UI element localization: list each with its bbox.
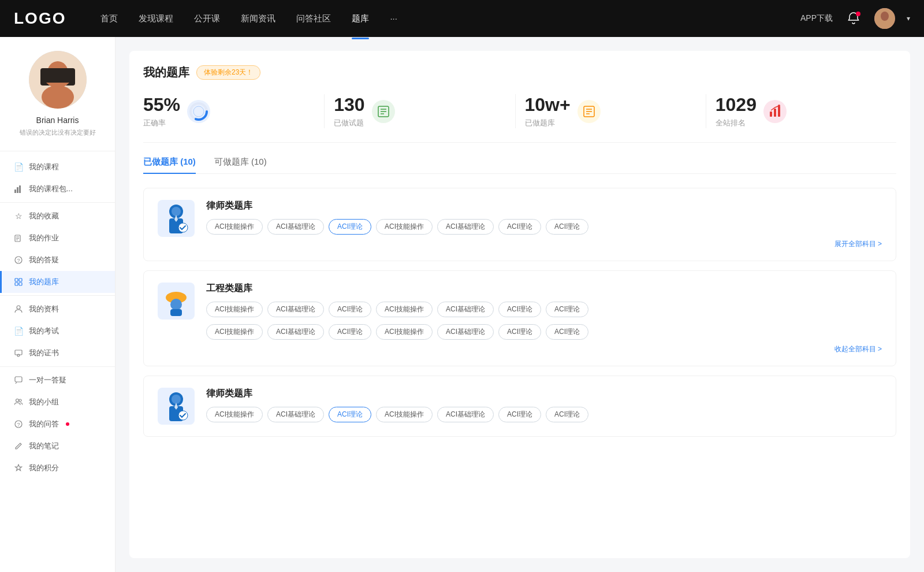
stat-done-banks: 10w+ 已做题库	[516, 94, 706, 128]
qbank-1-tag-0[interactable]: ACI技能操作	[206, 219, 263, 235]
sidebar-item-course-packages[interactable]: 我的课程包...	[0, 178, 115, 200]
sidebar-item-favorites[interactable]: ☆ 我的收藏	[0, 205, 115, 227]
sidebar-label-qa: 我的答疑	[29, 255, 59, 265]
user-menu-chevron[interactable]: ▾	[907, 14, 910, 23]
qbank-3-icon-wrap	[158, 388, 195, 425]
bar-chart-icon	[14, 185, 23, 193]
qbank-3-tag-2[interactable]: ACI理论	[329, 407, 371, 422]
notification-bell[interactable]	[844, 9, 863, 28]
svg-text:?: ?	[17, 422, 20, 428]
list-icon	[377, 105, 390, 118]
qbank-3-tag-1[interactable]: ACI基础理论	[267, 407, 324, 422]
svg-rect-23	[15, 377, 22, 382]
tab-done-banks[interactable]: 已做题库 (10)	[143, 157, 196, 173]
tab-available-banks[interactable]: 可做题库 (10)	[214, 157, 267, 173]
sidebar-item-question-bank[interactable]: 我的题库	[0, 271, 115, 293]
user-icon	[14, 305, 23, 313]
stat-done-questions-value: 130	[334, 94, 364, 116]
svg-rect-16	[15, 278, 18, 281]
qbank-2-row2-tag-0[interactable]: ACI技能操作	[206, 324, 263, 340]
nav-open-course[interactable]: 公开课	[194, 11, 220, 27]
sidebar-item-notes[interactable]: 我的笔记	[0, 435, 115, 457]
qbank-3-tag-3[interactable]: ACI技能操作	[376, 407, 433, 422]
qbank-3-tag-4[interactable]: ACI基础理论	[437, 407, 494, 422]
qbank-1-tag-4[interactable]: ACI基础理论	[437, 219, 494, 235]
stats-row: 55% 正确率 130 已做试题	[143, 94, 896, 143]
qbank-1-expand[interactable]: 展开全部科目 >	[834, 239, 882, 249]
qbank-1-tag-6[interactable]: ACI理论	[546, 219, 588, 235]
courses-icon: 📄	[14, 162, 23, 172]
notification-dot	[856, 12, 860, 16]
group-icon	[14, 398, 23, 407]
qbank-2-row2-tag-3[interactable]: ACI技能操作	[376, 324, 433, 340]
qbank-2-tag-4[interactable]: ACI基础理论	[437, 302, 494, 317]
sidebar-item-exam[interactable]: 📄 我的考试	[0, 320, 115, 342]
header-right: APP下载 ▾	[800, 8, 910, 29]
sidebar-label-course-packages: 我的课程包...	[29, 184, 73, 194]
stat-done-banks-label: 已做题库	[525, 118, 571, 128]
nav-discover[interactable]: 发现课程	[139, 11, 173, 27]
sidebar-item-homework[interactable]: 我的作业	[0, 227, 115, 249]
sidebar-item-one-on-one[interactable]: 一对一答疑	[0, 369, 115, 391]
engineer-icon	[163, 286, 189, 316]
sidebar-divider-3	[0, 366, 115, 367]
qbank-3-tag-0[interactable]: ACI技能操作	[206, 407, 263, 422]
qbank-2-tag-0[interactable]: ACI技能操作	[206, 302, 263, 317]
qbank-2-tag-3[interactable]: ACI技能操作	[376, 302, 433, 317]
nav-news[interactable]: 新闻资讯	[241, 11, 275, 27]
svg-rect-17	[19, 278, 22, 281]
stat-accuracy-text: 55% 正确率	[143, 94, 180, 128]
nav-questionbank[interactable]: 题库	[352, 11, 369, 27]
qbank-1-tag-3[interactable]: ACI技能操作	[376, 219, 433, 235]
svg-point-54	[172, 395, 181, 404]
sidebar-item-my-qa[interactable]: ? 我的问答	[0, 413, 115, 435]
nav-more[interactable]: ···	[390, 11, 397, 27]
qbank-2-row2-tag-1[interactable]: ACI基础理论	[267, 324, 324, 340]
sidebar-item-points[interactable]: 我的积分	[0, 457, 115, 479]
qbank-2-row2-tag-2[interactable]: ACI理论	[329, 324, 371, 340]
qbank-2-row2-tag-4[interactable]: ACI基础理论	[437, 324, 494, 340]
qa-icon: ?	[14, 255, 23, 265]
points-icon	[14, 463, 23, 473]
avatar-placeholder	[874, 8, 895, 29]
qbank-2-row2-tag-6[interactable]: ACI理论	[546, 324, 588, 340]
svg-point-6	[42, 86, 74, 109]
sidebar-item-qa[interactable]: ? 我的答疑	[0, 249, 115, 271]
qbank-2-tag-5[interactable]: ACI理论	[498, 302, 541, 317]
qbank-2-header: 工程类题库 ACI技能操作 ACI基础理论 ACI理论 ACI技能操作 ACI基…	[158, 283, 882, 320]
sidebar-label-points: 我的积分	[29, 463, 59, 473]
svg-rect-18	[15, 283, 18, 285]
stat-accuracy-label: 正确率	[143, 118, 180, 128]
qbank-3-tags: ACI技能操作 ACI基础理论 ACI理论 ACI技能操作 ACI基础理论 AC…	[206, 407, 882, 422]
stat-accuracy-icon	[187, 100, 210, 123]
qbank-3-tag-5[interactable]: ACI理论	[498, 407, 541, 422]
sidebar-item-profile[interactable]: 我的资料	[0, 298, 115, 320]
user-avatar[interactable]	[874, 8, 895, 29]
sidebar-item-certificate[interactable]: 我的证书	[0, 342, 115, 364]
qbank-1-tag-1[interactable]: ACI基础理论	[267, 219, 324, 235]
sidebar-item-group[interactable]: 我的小组	[0, 391, 115, 413]
sidebar-item-courses[interactable]: 📄 我的课程	[0, 156, 115, 178]
qbank-2-tag-6[interactable]: ACI理论	[546, 302, 588, 317]
nav-qa[interactable]: 问答社区	[296, 11, 331, 27]
homework-icon	[14, 233, 23, 243]
svg-point-30	[193, 106, 204, 117]
list-yellow-icon	[582, 105, 596, 118]
qbank-1-tag-2[interactable]: ACI理论	[329, 219, 371, 235]
qbank-2-row2-tag-5[interactable]: ACI理论	[498, 324, 541, 340]
sidebar-user-name: Brian Harris	[36, 116, 79, 125]
sidebar-label-my-qa: 我的问答	[29, 419, 59, 429]
question-circle-icon: ?	[14, 256, 23, 264]
app-download-button[interactable]: APP下载	[800, 13, 833, 24]
qbank-3-tag-6[interactable]: ACI理论	[546, 407, 588, 422]
qbank-2-tag-1[interactable]: ACI基础理论	[267, 302, 324, 317]
stat-accuracy: 55% 正确率	[143, 94, 325, 128]
sidebar-avatar[interactable]	[29, 51, 87, 109]
qbank-2-collapse[interactable]: 收起全部科目 >	[834, 344, 882, 354]
nav-home[interactable]: 首页	[100, 11, 118, 27]
svg-rect-41	[778, 106, 780, 117]
qbank-2-tag-2[interactable]: ACI理论	[329, 302, 371, 317]
sidebar-label-certificate: 我的证书	[29, 348, 59, 358]
qbank-1-tag-5[interactable]: ACI理论	[498, 219, 541, 235]
certificate-svg-icon	[14, 349, 23, 357]
